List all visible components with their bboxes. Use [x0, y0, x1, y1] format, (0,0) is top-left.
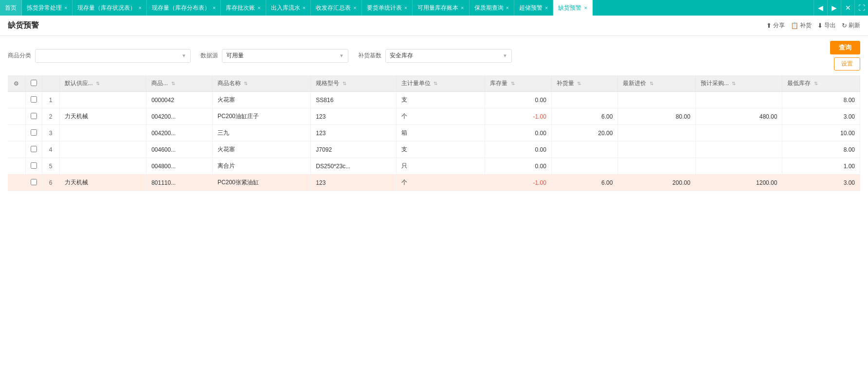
close-tab-order-stats[interactable]: × — [404, 5, 407, 11]
header-actions: ⬆ 分享 📋 补货 ⬇ 导出 ↻ 刷新 — [766, 21, 860, 30]
row-item-name-1: PC200油缸庄子 — [213, 108, 311, 125]
sort-icon-min-stock[interactable]: ⇅ — [814, 81, 818, 86]
row-est-purchase-3 — [695, 141, 782, 158]
col-min-stock: 最低库存 ⇅ — [782, 75, 860, 92]
row-settings-4 — [8, 158, 25, 175]
tab-abnormal[interactable]: 拣货异常处理 × — [22, 0, 72, 16]
close-tab-inventory-status[interactable]: × — [138, 5, 141, 11]
col-row-num — [42, 75, 59, 92]
row-min-stock-1: 3.00 — [782, 108, 860, 125]
row-latest-price-2 — [618, 125, 695, 141]
nav-close-button[interactable]: ✕ — [841, 0, 854, 16]
tab-expiry-query[interactable]: 保质期查询 × — [470, 0, 514, 16]
close-tab-receipt-summary[interactable]: × — [353, 5, 356, 11]
row-checkbox-0[interactable] — [31, 96, 37, 103]
row-item-name-0: 火花塞 — [213, 92, 311, 108]
col-replenish: 补货量 ⇅ — [551, 75, 618, 92]
tab-inventory-status[interactable]: 现存量（库存状况表） × — [72, 0, 146, 16]
tab-order-stats[interactable]: 要货单统计表 × — [362, 0, 413, 16]
col-latest-price: 最新进价 ⇅ — [618, 75, 695, 92]
table-row: 5 004800... 离合片 DS250*23c... 只 0.00 1.00 — [8, 158, 860, 175]
row-replenish-2: 20.00 — [551, 125, 618, 141]
table-body: 1 0000042 火花塞 SS816 支 0.00 8.00 2 力天机械 0… — [8, 92, 860, 191]
sort-icon-est-purchase[interactable]: ⇅ — [732, 81, 736, 86]
row-replenish-5: 6.00 — [551, 175, 618, 191]
share-button[interactable]: ⬆ 分享 — [766, 21, 785, 30]
sort-icon-replenish[interactable]: ⇅ — [577, 81, 581, 86]
row-latest-price-3 — [618, 141, 695, 158]
row-checkbox-cell-5 — [25, 175, 42, 191]
replenish-base-label: 补货基数 — [358, 52, 381, 60]
shortage-table: ⚙ 默认供应... ⇅ 商品... ⇅ 商品名称 — [8, 75, 860, 191]
nav-maximize-button[interactable]: ⛶ — [854, 0, 868, 16]
row-inventory-3: 0.00 — [485, 141, 552, 158]
row-est-purchase-5: 1200.00 — [695, 175, 782, 191]
row-checkbox-cell-4 — [25, 158, 42, 175]
export-button[interactable]: ⬇ 导出 — [817, 21, 836, 30]
settings-button[interactable]: 设置 — [834, 57, 860, 70]
settings-gear-icon[interactable]: ⚙ — [14, 80, 19, 87]
sort-icon-unit[interactable]: ⇅ — [434, 81, 437, 86]
sort-icon-latest-price[interactable]: ⇅ — [650, 81, 653, 86]
tab-home[interactable]: 首页 — [0, 0, 22, 16]
sort-icon-item-name[interactable]: ⇅ — [244, 81, 248, 86]
row-min-stock-4: 1.00 — [782, 158, 860, 175]
close-tab-available-ledger[interactable]: × — [461, 5, 464, 11]
row-replenish-4 — [551, 158, 618, 175]
sort-icon-inventory[interactable]: ⇅ — [511, 81, 515, 86]
row-spec-1: 123 — [311, 108, 397, 125]
replenish-button[interactable]: 📋 补货 — [791, 21, 812, 30]
select-all-checkbox[interactable] — [31, 80, 37, 86]
row-checkbox-cell-0 — [25, 92, 42, 108]
close-tab-abnormal[interactable]: × — [64, 5, 67, 11]
row-checkbox-1[interactable] — [31, 113, 37, 119]
row-inventory-5: -1.00 — [485, 175, 552, 191]
refresh-button[interactable]: ↻ 刷新 — [842, 21, 860, 30]
sort-icon-spec[interactable]: ⇅ — [343, 81, 346, 86]
close-tab-inout-flow[interactable]: × — [303, 5, 306, 11]
datasource-select[interactable]: 可用量 ▼ — [222, 49, 348, 63]
row-num-2: 3 — [42, 125, 59, 141]
tab-batch-account[interactable]: 库存批次账 × — [221, 0, 266, 16]
row-item-code-2: 004200... — [146, 125, 213, 141]
query-button[interactable]: 查询 — [830, 41, 860, 54]
close-tab-shortage[interactable]: × — [584, 5, 587, 11]
row-supplier-1: 力天机械 — [59, 108, 146, 125]
tab-overstock[interactable]: 超储预警 × — [514, 0, 553, 16]
row-num-4: 5 — [42, 158, 59, 175]
sort-icon-supplier[interactable]: ⇅ — [96, 81, 100, 86]
datasource-value: 可用量 — [226, 52, 337, 60]
tab-inventory-dist[interactable]: 现存量（库存分布表） × — [147, 0, 221, 16]
tab-receipt-summary[interactable]: 收发存汇总表 × — [311, 0, 362, 16]
row-unit-5: 个 — [396, 175, 485, 191]
row-checkbox-2[interactable] — [31, 129, 37, 136]
page-content: 缺货预警 ⬆ 分享 📋 补货 ⬇ 导出 ↻ 刷新 商品分类 — [0, 16, 868, 387]
replenish-icon: 📋 — [791, 22, 798, 29]
sort-icon-item-code[interactable]: ⇅ — [171, 81, 175, 86]
replenish-base-select[interactable]: 安全库存 ▼ — [385, 49, 512, 63]
row-num-1: 2 — [42, 108, 59, 125]
close-tab-overstock[interactable]: × — [545, 5, 548, 11]
close-tab-expiry-query[interactable]: × — [506, 5, 509, 11]
share-icon: ⬆ — [766, 22, 772, 29]
close-tab-batch-account[interactable]: × — [257, 5, 260, 11]
datasource-label: 数据源 — [200, 52, 218, 60]
tab-available-ledger[interactable]: 可用量库存账本 × — [413, 0, 469, 16]
row-checkbox-3[interactable] — [31, 146, 37, 152]
row-item-code-1: 004200... — [146, 108, 213, 125]
row-checkbox-cell-2 — [25, 125, 42, 141]
category-select[interactable]: ▼ — [35, 49, 191, 63]
nav-next-button[interactable]: ▶ — [827, 0, 841, 16]
close-tab-inventory-dist[interactable]: × — [213, 5, 216, 11]
export-icon: ⬇ — [817, 22, 823, 29]
row-settings-3 — [8, 141, 25, 158]
row-unit-3: 支 — [396, 141, 485, 158]
tab-shortage[interactable]: 缺货预警 × — [553, 0, 592, 16]
tab-inout-flow[interactable]: 出入库流水 × — [266, 0, 311, 16]
nav-prev-button[interactable]: ◀ — [814, 0, 827, 16]
row-unit-2: 箱 — [396, 125, 485, 141]
filter-datasource: 数据源 可用量 ▼ — [200, 49, 348, 63]
row-checkbox-4[interactable] — [31, 162, 37, 169]
top-navigation: 首页 拣货异常处理 × 现存量（库存状况表） × 现存量（库存分布表） × 库存… — [0, 0, 868, 16]
row-checkbox-5[interactable] — [31, 179, 37, 185]
